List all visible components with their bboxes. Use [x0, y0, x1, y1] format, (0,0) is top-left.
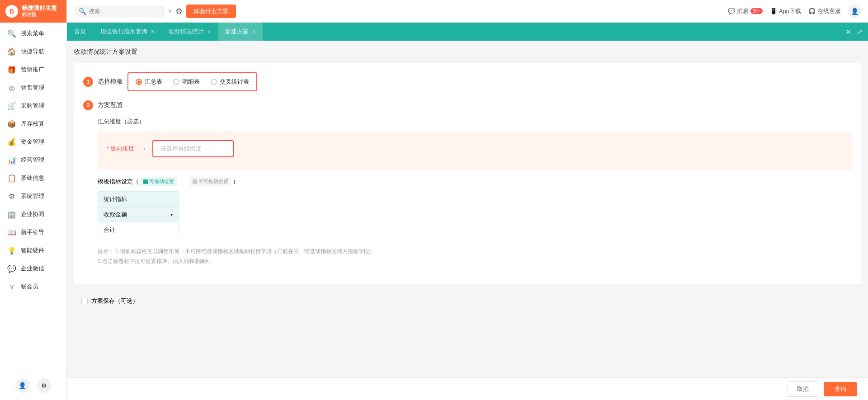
- indicator-suffix: ）: [233, 178, 239, 186]
- book-icon: 📖: [7, 228, 16, 237]
- gift-icon: 🎁: [7, 65, 16, 74]
- query-button[interactable]: 查询: [824, 382, 857, 396]
- non-movable-tag: 不可拖动位置: [190, 177, 231, 186]
- radio-summary[interactable]: 汇总表: [136, 78, 162, 86]
- summary-dimension-label: 汇总维度（必选）: [98, 118, 852, 126]
- sidebar-user-icon[interactable]: 👤: [15, 378, 30, 393]
- step1-title: 选择模板: [98, 78, 123, 86]
- trial-btn[interactable]: 体验行业方案: [186, 5, 236, 18]
- sidebar-item-marketing[interactable]: 🎁 营销推广: [0, 61, 66, 79]
- save-checkbox[interactable]: [81, 298, 88, 304]
- sidebar-item-label: 企业协同: [21, 210, 44, 218]
- member-icon: V: [7, 282, 16, 291]
- sidebar-item-operations[interactable]: 📊 经营管理: [0, 151, 66, 169]
- box-icon: 📦: [7, 119, 16, 128]
- tab-receipt-stats-label: 收款情况统计: [169, 28, 204, 36]
- user-avatar[interactable]: 👤: [848, 5, 861, 18]
- radio-cross[interactable]: 交叉统计表: [211, 78, 249, 86]
- tab-expand-icon[interactable]: ⤢: [857, 28, 863, 36]
- tips-area: 提示： 1.拖动标题栏可以调整布局，不可跨维度或指标区域拖动栏目字段（只能在同一…: [98, 247, 852, 266]
- column-dropdown-icon: ▾: [170, 212, 173, 218]
- config-area: * 纵向维度 → 请选择分组维度: [98, 131, 852, 170]
- sidebar-item-enterprise[interactable]: 🏢 企业协同: [0, 205, 66, 223]
- save-label: 方案保存（可选）: [91, 297, 138, 305]
- sidebar-item-label: 系统管理: [21, 192, 44, 200]
- tab-home-label: 首页: [74, 28, 86, 36]
- sidebar-item-wechat[interactable]: 💬 企业微信: [0, 259, 66, 278]
- sidebar-settings-icon[interactable]: ⚙: [37, 378, 52, 393]
- edition-label: 标准版: [22, 11, 57, 18]
- sidebar-item-label: 企业微信: [21, 264, 44, 273]
- step2-header: 2 方案配置: [83, 100, 852, 110]
- tab-close-all-icon[interactable]: ✕: [845, 28, 851, 36]
- sidebar-item-finance[interactable]: 💰 资金管理: [0, 133, 66, 151]
- movable-tag: 可拖动位置: [141, 177, 177, 186]
- movable-square: [143, 179, 148, 184]
- arrow-icon: →: [140, 145, 147, 153]
- sidebar-item-label: 基础信息: [21, 174, 44, 182]
- header-chevron-icon[interactable]: ▾: [168, 7, 172, 15]
- service-label: 在线客服: [817, 7, 841, 15]
- tips-line1: 提示： 1.拖动标题栏可以调整布局，不可跨维度或指标区域拖动栏目字段（只能在同一…: [98, 247, 852, 257]
- sidebar-item-member[interactable]: V 畅会员: [0, 278, 66, 296]
- indicator-settings: 模板指标设定（ 可拖动位置 不可拖动位置 ）: [98, 177, 852, 240]
- sidebar-item-label: 销售管理: [21, 84, 44, 92]
- summary-dimension-area: 汇总维度（必选） * 纵向维度 → 请选择分组维度 模板指标设定（: [98, 118, 852, 266]
- sidebar-item-search[interactable]: 🔍 搜索菜单: [0, 24, 66, 42]
- tab-bank-flow-close[interactable]: ×: [151, 28, 154, 35]
- step1-header: 1 选择模板 汇总表 明细表 交叉统计表: [83, 72, 852, 91]
- radio-detail-label: 明细表: [182, 78, 200, 86]
- sidebar-nav: 🔍 搜索菜单 🏠 快捷导航 🎁 营销推广 ◎ 销售管理 🛒 采购管理 📦 库存核…: [0, 23, 66, 371]
- total-row-text: 合计: [104, 226, 115, 233]
- stats-table-header: 统计指标: [98, 192, 179, 207]
- step1-section: 1 选择模板 汇总表 明细表 交叉统计表: [83, 72, 852, 91]
- tips-line2: 2.点击标题栏下拉可设置排序、插入列和删除列: [98, 257, 852, 267]
- tab-home[interactable]: 首页: [67, 23, 93, 41]
- indicator-settings-label: 模板指标设定（: [98, 178, 139, 186]
- tab-new-plan-label: 新建方案: [225, 28, 249, 36]
- sidebar-item-label: 资金管理: [21, 138, 44, 146]
- notification-btn[interactable]: 💬 消息 99+: [728, 7, 763, 15]
- sidebar-item-inventory[interactable]: 📦 库存核算: [0, 115, 66, 133]
- sidebar-item-sales[interactable]: ◎ 销售管理: [0, 79, 66, 97]
- tabbar: 首页 现金银行流水查询 × 收款情况统计 × 新建方案 × ✕ ⤢: [67, 23, 868, 41]
- sidebar-item-guide[interactable]: 📖 新手引导: [0, 223, 66, 241]
- tabbar-actions: ✕ ⤢: [845, 28, 868, 36]
- settings-icon[interactable]: ⚙: [175, 6, 183, 16]
- tab-bank-flow[interactable]: 现金银行流水查询 ×: [93, 23, 161, 41]
- sidebar-item-system[interactable]: ⚙ 系统管理: [0, 187, 66, 205]
- sidebar-item-hardware[interactable]: 💡 智能硬件: [0, 241, 66, 259]
- dimension-select-box[interactable]: 请选择分组维度: [152, 140, 234, 157]
- step2-title: 方案配置: [98, 101, 123, 109]
- money-icon: 💰: [7, 137, 16, 146]
- wechat-icon: 💬: [7, 264, 16, 273]
- search-icon: 🔍: [79, 8, 86, 15]
- search-icon: 🔍: [7, 29, 16, 38]
- footer: 取消 查询: [67, 377, 868, 400]
- stats-column-header[interactable]: 收款金额 ▾: [98, 207, 179, 222]
- sidebar-item-label: 快捷导航: [21, 47, 44, 56]
- hardware-icon: 💡: [7, 246, 16, 255]
- tab-bank-flow-label: 现金银行流水查询: [100, 28, 147, 36]
- stats-label: 统计指标: [104, 195, 127, 203]
- search-input[interactable]: [89, 8, 152, 14]
- tab-receipt-stats[interactable]: 收款情况统计 ×: [161, 23, 218, 41]
- tab-new-plan[interactable]: 新建方案 ×: [218, 23, 263, 41]
- sidebar-bottom: 👤 ⚙: [0, 371, 66, 400]
- sidebar-item-quick-nav[interactable]: 🏠 快捷导航: [0, 42, 66, 61]
- sidebar-item-label: 采购管理: [21, 102, 44, 110]
- dimension-row: * 纵向维度 → 请选择分组维度: [107, 140, 843, 157]
- sidebar-item-purchase[interactable]: 🛒 采购管理: [0, 97, 66, 115]
- sidebar-item-basic-info[interactable]: 📋 基础信息: [0, 169, 66, 187]
- header-right: 💬 消息 99+ 📱 App下载 🎧 在线客服 👤: [728, 5, 861, 18]
- download-btn[interactable]: 📱 App下载: [770, 7, 801, 15]
- sidebar-item-label: 新手引导: [21, 228, 44, 236]
- radio-detail[interactable]: 明细表: [173, 78, 200, 86]
- tab-receipt-stats-close[interactable]: ×: [208, 28, 211, 35]
- service-btn[interactable]: 🎧 在线客服: [808, 7, 841, 15]
- template-options: 汇总表 明细表 交叉统计表: [127, 72, 257, 91]
- cancel-button[interactable]: 取消: [788, 381, 818, 397]
- tab-new-plan-close[interactable]: ×: [252, 28, 255, 35]
- radio-summary-dot: [136, 79, 142, 85]
- content-card: 1 选择模板 汇总表 明细表 交叉统计表: [74, 63, 861, 284]
